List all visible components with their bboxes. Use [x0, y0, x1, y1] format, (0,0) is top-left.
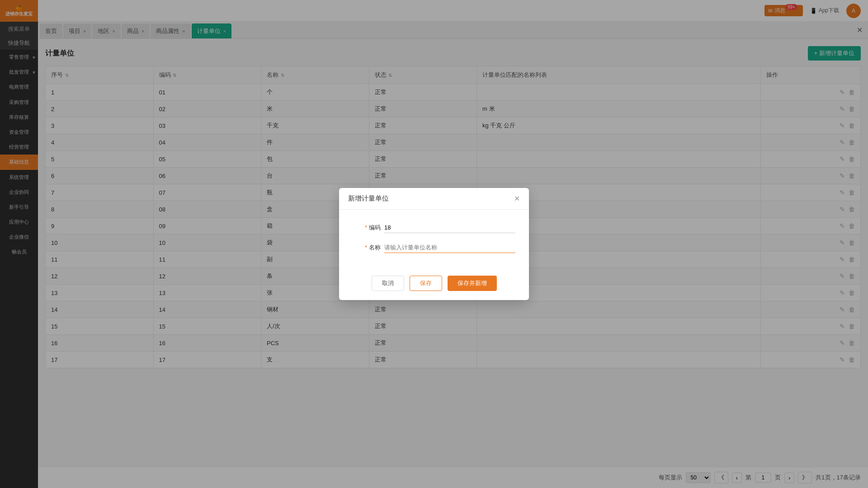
- cancel-button[interactable]: 取消: [372, 276, 404, 291]
- code-label: 编码: [353, 224, 384, 232]
- save-and-new-button[interactable]: 保存并新增: [448, 276, 497, 291]
- name-form-row: 名称: [353, 242, 515, 253]
- modal-close-btn[interactable]: ✕: [514, 194, 520, 203]
- name-label: 名称: [353, 244, 384, 252]
- modal-body: 编码 名称: [339, 210, 529, 271]
- name-input[interactable]: [384, 242, 515, 253]
- modal-footer: 取消 保存 保存并新增: [339, 271, 529, 300]
- modal-title: 新增计量单位: [348, 194, 389, 203]
- modal-header: 新增计量单位 ✕: [339, 188, 529, 210]
- code-form-row: 编码: [353, 222, 515, 233]
- modal-overlay: 新增计量单位 ✕ 编码 名称 取消 保存 保存并新增: [0, 0, 868, 488]
- code-input[interactable]: [384, 222, 515, 233]
- save-button[interactable]: 保存: [410, 276, 442, 291]
- add-unit-modal: 新增计量单位 ✕ 编码 名称 取消 保存 保存并新增: [339, 188, 529, 300]
